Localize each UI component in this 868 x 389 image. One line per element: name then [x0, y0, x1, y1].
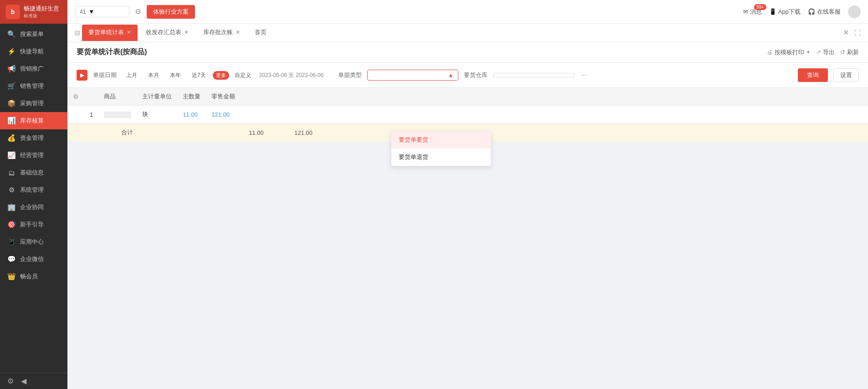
filter-expand-button[interactable]: ▶ — [77, 70, 87, 81]
table-header-row: ⚙ 商品 主计量单位 主数量 零售金额 — [67, 88, 868, 106]
inventory-icon: 📊 — [7, 117, 15, 125]
sidebar-item-app-center[interactable]: 📱应用中心 — [0, 233, 67, 251]
tab-expand-icon[interactable]: ⊟ — [75, 29, 80, 36]
sales-icon: 🛒 — [7, 82, 15, 90]
sidebar-item-search-menu[interactable]: 🔍搜索菜单 — [0, 26, 67, 43]
settings-icon[interactable]: ⚙ — [7, 377, 14, 385]
sidebar-label-basic-info: 基础信息 — [20, 169, 44, 177]
page-actions: 🖨 按模板打印 ▼ ↗ 导出 ↺ 刷新 — [767, 48, 859, 56]
row-unit-0: 块 — [137, 106, 177, 123]
col-gear-icon[interactable]: ⚙ — [73, 93, 79, 100]
this-year-btn[interactable]: 本年 — [166, 70, 185, 81]
sidebar-item-wechat[interactable]: 💬企业微信 — [0, 251, 67, 268]
sidebar-label-purchase: 采购管理 — [20, 99, 44, 107]
tab-label-inventory-batch: 库存批次账 — [203, 28, 233, 36]
refresh-icon: ↺ — [840, 49, 845, 56]
sidebar-item-system[interactable]: ⚙系统管理 — [0, 181, 67, 199]
warehouse-filter-label: 要货仓库 — [464, 71, 488, 79]
dropdown-item-return[interactable]: 要货单退货 — [391, 148, 491, 166]
sidebar-label-operations: 经营管理 — [20, 151, 44, 159]
tab-request-stats[interactable]: 要货单统计表 ✕ — [82, 25, 138, 41]
trial-button[interactable]: 体验行业方案 — [147, 5, 195, 19]
tab-receive-summary[interactable]: 收发存汇总表 ✕ — [139, 25, 195, 41]
sidebar-item-operations[interactable]: 📈经营管理 — [0, 147, 67, 164]
notifications-item[interactable]: ✉ 消息 99+ — [743, 8, 762, 16]
purchase-icon: 📦 — [7, 99, 15, 107]
collapse-icon[interactable]: ◀ — [21, 377, 26, 385]
tab-label-request-stats: 要货单统计表 — [88, 28, 124, 36]
row-settings-0 — [67, 106, 84, 123]
type-select-chevron: ▲ — [448, 72, 453, 78]
table-row: 1 块 11.00 121.00 — [67, 106, 868, 123]
more-date-btn[interactable]: 更多 — [213, 71, 229, 80]
7days-btn[interactable]: 近7天 — [188, 70, 210, 81]
sidebar-item-marketing[interactable]: 📢营销推广 — [0, 60, 67, 77]
row-quantity-0: 11.00 — [177, 106, 206, 123]
custom-date-btn[interactable]: 自定义 — [232, 70, 254, 81]
sidebar-label-app-center: 应用中心 — [20, 238, 44, 246]
dropdown-item-request[interactable]: 要货单要货 — [391, 131, 491, 148]
tab-close-inventory-batch[interactable]: ✕ — [236, 29, 240, 36]
table-container: ⚙ 商品 主计量单位 主数量 零售金额 1 块 — [67, 88, 868, 123]
refresh-action[interactable]: ↺ 刷新 — [840, 48, 859, 56]
sidebar-item-quick-nav[interactable]: ⚡快捷导航 — [0, 43, 67, 60]
export-action[interactable]: ↗ 导出 — [816, 48, 835, 56]
footer-label: 合计 — [116, 128, 207, 137]
tab-inventory-batch[interactable]: 库存批次账 ✕ — [197, 25, 247, 41]
sidebar-item-purchase[interactable]: 📦采购管理 — [0, 95, 67, 112]
sidebar-item-vip[interactable]: 👑畅会员 — [0, 268, 67, 285]
tab-label-home: 首页 — [255, 28, 267, 36]
top-header: 41 ▼ ⚙ 体验行业方案 ✉ 消息 99+ 📱 App下载 🎧 在线客服 — [67, 0, 868, 24]
sidebar-item-finance[interactable]: 💰资金管理 — [0, 129, 67, 147]
main-area: 41 ▼ ⚙ 体验行业方案 ✉ 消息 99+ 📱 App下载 🎧 在线客服 ⊟ … — [67, 0, 868, 389]
warehouse-select[interactable] — [493, 73, 575, 77]
system-icon: ⚙ — [7, 186, 15, 194]
filter-more-btn[interactable]: ··· — [580, 71, 586, 79]
type-select[interactable]: ▲ — [367, 70, 458, 81]
content-area: 要货单统计表(按商品) 🖨 按模板打印 ▼ ↗ 导出 ↺ 刷新 — [67, 42, 868, 389]
app-title: 畅捷通好生意 标准版 — [24, 5, 59, 19]
user-avatar[interactable] — [848, 5, 861, 18]
tab-close-all[interactable]: ✕ — [843, 28, 849, 37]
export-label: 导出 — [823, 48, 835, 56]
current-month-btn[interactable]: 本月 — [144, 70, 163, 81]
prev-month-btn[interactable]: 上月 — [122, 70, 141, 81]
date-filter-label: 单据日期 — [93, 71, 117, 79]
header-gear-icon[interactable]: ⚙ — [135, 7, 141, 16]
sidebar-label-finance: 资金管理 — [20, 134, 44, 142]
sidebar-label-search-menu: 搜索菜单 — [20, 30, 44, 38]
finance-icon: 💰 — [7, 134, 15, 142]
date-range-display: 2023-05-06 至 2023-06-06 — [259, 72, 324, 79]
setting-button[interactable]: 设置 — [833, 68, 859, 82]
footer-amount: 121.00 — [289, 129, 334, 136]
print-action[interactable]: 🖨 按模板打印 ▼ — [767, 48, 811, 56]
date-shortcuts: 上月 本月 本年 近7天 更多 自定义 — [122, 70, 254, 81]
page-title: 要货单统计表(按商品) — [77, 47, 147, 57]
page-header: 要货单统计表(按商品) 🖨 按模板打印 ▼ ↗ 导出 ↺ 刷新 — [67, 42, 868, 63]
sidebar-label-marketing: 营销推广 — [20, 65, 44, 73]
sidebar-item-new-guide[interactable]: 🎯新手引导 — [0, 216, 67, 233]
sidebar-label-new-guide: 新手引导 — [20, 220, 44, 229]
enterprise-icon: 🏢 — [7, 203, 15, 211]
sidebar-item-sales[interactable]: 🛒销售管理 — [0, 77, 67, 95]
sidebar-item-basic-info[interactable]: 🗂基础信息 — [0, 164, 67, 181]
app-logo: b — [5, 5, 20, 19]
col-amount-header: 零售金额 — [206, 88, 241, 106]
sidebar-item-enterprise[interactable]: 🏢企业协同 — [0, 199, 67, 216]
tab-close-request-stats[interactable]: ✕ — [127, 29, 131, 36]
store-selector[interactable]: 41 ▼ — [75, 6, 129, 17]
sidebar-item-inventory[interactable]: 📊库存核算 — [0, 112, 67, 129]
vip-icon: 👑 — [7, 272, 15, 281]
sidebar-label-sales: 销售管理 — [20, 82, 44, 90]
tab-close-receive-summary[interactable]: ✕ — [184, 29, 189, 36]
phone-icon: 📱 — [769, 8, 776, 15]
online-service-item[interactable]: 🎧 在线客服 — [808, 8, 841, 16]
col-index-header — [84, 88, 98, 106]
export-icon: ↗ — [816, 49, 821, 56]
tab-home[interactable]: 首页 — [248, 25, 273, 41]
operations-icon: 📈 — [7, 151, 15, 159]
tab-fullscreen-icon[interactable]: ⛶ — [854, 29, 861, 36]
query-button[interactable]: 查询 — [798, 68, 828, 82]
row-amount-0: 121.00 — [206, 106, 241, 123]
app-download-item[interactable]: 📱 App下载 — [769, 8, 801, 16]
